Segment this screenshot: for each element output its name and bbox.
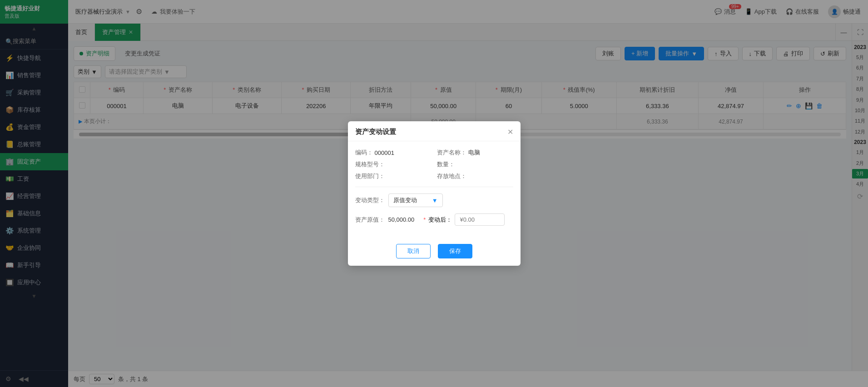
department-label: 使用部门： [355,172,385,180]
modal-save-button[interactable]: 保存 [438,244,472,258]
modal-footer: 取消 保存 [348,239,521,266]
change-type-row: 变动类型： 原值变动 ▼ [355,194,513,207]
modal-quantity-field: 数量： [437,160,513,169]
modal-department-field: 使用部门： [355,172,432,180]
cancel-label: 取消 [407,248,419,254]
change-type-label: 变动类型： [355,196,385,204]
asset-change-modal: 资产变动设置 ✕ 编码： 000001 资产名称： 电脑 规格型号： [348,121,521,266]
modal-close-button[interactable]: ✕ [507,128,513,136]
asset-name-value: 电脑 [468,149,480,157]
spec-label: 规格型号： [355,160,385,169]
modal-title: 资产变动设置 [355,128,396,136]
required-star-icon: * [423,216,426,223]
modal-header: 资产变动设置 ✕ [348,121,521,141]
code-value: 000001 [375,149,394,156]
change-type-value: 原值变动 [393,196,417,204]
modal-cancel-button[interactable]: 取消 [396,244,431,258]
modal-name-field: 资产名称： 电脑 [437,149,513,157]
modal-body: 编码： 000001 资产名称： 电脑 规格型号： 数量： [348,141,521,239]
code-label: 编码： [355,149,373,157]
quantity-label: 数量： [437,160,455,169]
save-label: 保存 [449,248,461,254]
asset-value-label: 资产原值： [355,216,385,224]
location-label: 存放地点： [437,172,466,180]
asset-name-label: 资产名称： [437,149,466,157]
after-value-input[interactable] [455,213,505,226]
change-type-select[interactable]: 原值变动 ▼ [388,194,443,207]
modal-spec-field: 规格型号： [355,160,432,169]
asset-value-display: 50,000.00 [388,216,415,223]
modal-overlay: 资产变动设置 ✕ 编码： 000001 资产名称： 电脑 规格型号： [68,0,868,387]
main-area: 医疗器械行业演示 ▼ ⚙ ☁ 我要体验一下 💬 消息 99+ 📱 App下载 🎧… [68,0,868,387]
change-type-dropdown-icon: ▼ [432,197,438,204]
asset-value-row: 资产原值： 50,000.00 * 变动后： [355,213,513,226]
modal-info-grid: 编码： 000001 资产名称： 电脑 规格型号： 数量： [355,149,513,187]
modal-location-field: 存放地点： [437,172,513,180]
modal-code-field: 编码： 000001 [355,149,432,157]
after-change-group: * 变动后： [423,213,505,226]
after-label: 变动后： [428,216,452,224]
